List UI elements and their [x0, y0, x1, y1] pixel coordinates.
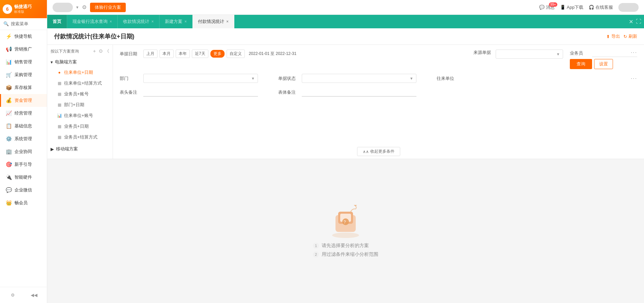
filter-collapse-bar: ∧∧ 收起更多条件 — [113, 144, 644, 159]
export-button[interactable]: ⬆ 导出 — [606, 33, 620, 39]
doc-status-dropdown-icon: ▾ — [410, 76, 413, 81]
sidebar-item-marketing[interactable]: 📢 营销推广 — [0, 43, 47, 56]
sidebar-nav: ⚡ 快捷导航 📢 营销推广 📊 销售管理 🛒 采购管理 📦 库存核算 💰 资金管… — [0, 30, 47, 287]
date-btn-more[interactable]: 更多 — [210, 50, 225, 58]
sidebar-item-member[interactable]: 👑 畅会员 — [0, 196, 47, 209]
sidebar-item-system[interactable]: ⚙️ 系统管理 — [0, 132, 47, 145]
refresh-label: 刷新 — [628, 33, 637, 39]
sidebar-footer: ⚙ ◀◀ — [0, 287, 47, 303]
scheme-item-dept-date[interactable]: ▦ 部门+日期 — [47, 99, 113, 110]
filter-area: 单据日期 上月 本月 本年 近7天 更多 自定义 2022-01-01 至 20… — [113, 45, 644, 144]
sidebar-item-operation[interactable]: 📈 经营管理 — [0, 107, 47, 120]
tab-cashflow-close[interactable]: × — [110, 19, 112, 24]
dept-dropdown-icon: ▾ — [252, 76, 254, 81]
scheme-collapse-icon[interactable]: 《 — [105, 48, 109, 54]
settings-footer-btn[interactable]: ⚙ — [3, 291, 22, 300]
scheme-item-partner-date[interactable]: ● 往来单位+日期 — [47, 67, 113, 78]
tab-maximize-icon[interactable]: ⛶ — [636, 19, 641, 25]
message-btn[interactable]: 💬 消息 99+ — [539, 4, 555, 10]
settings-icon[interactable]: ⚙ — [82, 4, 87, 10]
partner-ellipsis[interactable]: ··· — [631, 75, 637, 82]
scheme-item-staff-account[interactable]: ▦ 业务员+账号 — [47, 89, 113, 99]
staff-ellipsis[interactable]: ··· — [631, 50, 637, 56]
date-btn-last-month[interactable]: 上月 — [143, 50, 157, 58]
message-icon: 💬 — [539, 5, 545, 10]
date-btn-this-year[interactable]: 本年 — [176, 50, 190, 58]
tip-text-2: 用过滤条件来缩小分析范围 — [322, 251, 378, 257]
sidebar-item-capital[interactable]: 💰 资金管理 — [0, 94, 47, 107]
sidebar-logo: 6 — [3, 4, 12, 14]
trial-button[interactable]: 体验行业方案 — [90, 3, 126, 12]
tab-home-label: 首页 — [53, 19, 61, 25]
doc-status-select[interactable]: ▾ — [302, 74, 416, 83]
tab-receivable[interactable]: 收款情况统计 × — [118, 15, 159, 28]
scheme-settings-icon[interactable]: ⊙ — [99, 48, 103, 54]
app-download-btn[interactable]: 📱 App下载 — [560, 4, 583, 10]
scheme-item-staff-settle[interactable]: ▦ 业务员+结算方式 — [47, 132, 113, 143]
online-service-btn[interactable]: 🎧 在线客服 — [589, 4, 613, 10]
source-dropdown-icon: ▾ — [557, 52, 559, 57]
tab-home[interactable]: 首页 — [47, 15, 67, 28]
sidebar-item-guide[interactable]: 🎯 新手引导 — [0, 158, 47, 171]
sidebar-app-title: 畅捷通巧 — [14, 4, 32, 9]
sidebar-item-purchase[interactable]: 🛒 采购管理 — [0, 68, 47, 81]
refresh-button[interactable]: ↻ 刷新 — [623, 33, 637, 39]
sidebar-item-enterprise[interactable]: 🏢 企业协同 — [0, 145, 47, 158]
sidebar-item-label: 企业微信 — [14, 187, 32, 193]
dept-select[interactable]: ▾ — [143, 74, 258, 83]
sidebar-item-quicknav[interactable]: ⚡ 快捷导航 — [0, 30, 47, 43]
body-note-input[interactable] — [302, 88, 416, 96]
filter-right: 单据日期 上月 本月 本年 近7天 更多 自定义 2022-01-01 至 20… — [113, 45, 644, 159]
top-header: ▾ ⚙ 体验行业方案 💬 消息 99+ 📱 App下载 🎧 在线客服 — [47, 0, 644, 15]
add-scheme-icon[interactable]: ＋ — [92, 48, 97, 54]
scheme-panel: 按以下方案查询 ＋ ⊙ 《 ▾ 电脑端方案 ● 往来单位+日期 — [47, 45, 113, 159]
tab-newscheme-close[interactable]: × — [184, 19, 187, 24]
date-btn-custom[interactable]: 自定义 — [227, 50, 245, 58]
scheme-group-label: 移动端方案 — [56, 146, 78, 152]
scheme-item-staff-date[interactable]: ▦ 业务员+日期 — [47, 121, 113, 132]
tab-payment-close[interactable]: × — [226, 19, 229, 24]
scheme-item-partner-account[interactable]: 📊 往来单位+账号 — [47, 110, 113, 121]
query-button[interactable]: 查询 — [570, 59, 592, 69]
query-btn-row: 查询 设置 — [570, 59, 637, 69]
sidebar-item-basic[interactable]: 📋 基础信息 — [0, 120, 47, 132]
user-dropdown-arrow[interactable]: ▾ — [76, 5, 79, 10]
sidebar-item-inventory[interactable]: 📦 库存核算 — [0, 81, 47, 94]
scheme-item-label: 往来单位+日期 — [64, 69, 93, 75]
collapse-more-button[interactable]: ∧∧ 收起更多条件 — [357, 147, 400, 156]
tab-receivable-close[interactable]: × — [151, 19, 154, 24]
sidebar-item-hardware[interactable]: 🔌 智能硬件 — [0, 171, 47, 184]
partner-input-wrap: ··· — [460, 75, 637, 82]
tab-newscheme[interactable]: 新建方案 × — [159, 15, 193, 28]
collapse-sidebar-btn[interactable]: ◀◀ — [25, 291, 44, 300]
date-btn-7days[interactable]: 近7天 — [192, 50, 208, 58]
header-note-input[interactable] — [143, 88, 258, 96]
sidebar-item-label: 智能硬件 — [14, 174, 32, 180]
collapse-up-icon: ∧∧ — [363, 149, 369, 154]
source-select[interactable]: ▾ — [496, 50, 563, 59]
message-badge: 99+ — [549, 2, 557, 7]
scheme-panel-actions: ＋ ⊙ 《 — [92, 48, 109, 54]
sidebar-item-sales[interactable]: 📊 销售管理 — [0, 56, 47, 68]
export-label: 导出 — [611, 33, 620, 39]
date-btn-this-month[interactable]: 本月 — [159, 50, 174, 58]
scheme-panel-header: 按以下方案查询 ＋ ⊙ 《 — [47, 48, 113, 57]
scheme-group-mobile-header[interactable]: ▶ 移动端方案 — [47, 144, 113, 154]
scheme-item-icon: ▦ — [57, 102, 62, 108]
scheme-group-desktop-header[interactable]: ▾ 电脑端方案 — [47, 57, 113, 67]
staff-filter-row: 业务员 ··· — [570, 50, 637, 57]
sidebar: 6 畅捷通巧 标准版 🔍 搜索菜单 ⚡ 快捷导航 📢 营销推广 📊 销售管理 🛒… — [0, 0, 47, 303]
tab-payment[interactable]: 付款情况统计 × — [193, 15, 234, 28]
user-avatar[interactable] — [618, 3, 639, 12]
scheme-item-partner-settle[interactable]: ▦ 往来单位+结算方式 — [47, 78, 113, 89]
scheme-group-arrow: ▶ — [51, 147, 54, 152]
tab-close-all-icon[interactable]: ✕ — [629, 19, 633, 25]
settings-button[interactable]: 设置 — [594, 59, 613, 69]
sidebar-item-wechat[interactable]: 💬 企业微信 — [0, 184, 47, 196]
date-label: 单据日期 — [120, 51, 140, 57]
tab-cashflow[interactable]: 现金银行流水查询 × — [67, 15, 118, 28]
guide-icon: 🎯 — [6, 161, 12, 168]
sidebar-search[interactable]: 🔍 搜索菜单 — [0, 18, 47, 30]
scheme-item-icon: ▦ — [57, 124, 62, 129]
tab-bar: 首页 现金银行流水查询 × 收款情况统计 × 新建方案 × 付款情况统计 × ✕… — [47, 15, 644, 28]
